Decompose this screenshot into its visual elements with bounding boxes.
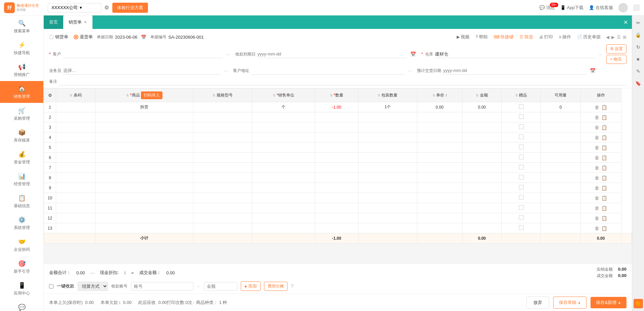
- delete-row-button[interactable]: 🗑: [595, 125, 599, 130]
- sidebar-item-wechat[interactable]: 💬 企业微信: [0, 300, 43, 311]
- toolbar-print[interactable]: 🖨 打印: [537, 33, 555, 41]
- gift-checkbox[interactable]: [519, 165, 524, 169]
- discard-button[interactable]: 放弃: [526, 297, 549, 309]
- copy-row-button[interactable]: 📋: [601, 155, 607, 160]
- sidebar-item-system[interactable]: ⚙️ 系统管理: [0, 212, 43, 234]
- delete-row-button[interactable]: 🗑: [595, 135, 599, 140]
- delete-row-button[interactable]: 🗑: [595, 226, 599, 231]
- calc-method-select[interactable]: 结算方式: [78, 282, 108, 291]
- copy-row-button[interactable]: 📋: [601, 115, 607, 120]
- gift-checkbox[interactable]: [519, 104, 524, 109]
- payment-date-input[interactable]: [258, 50, 407, 58]
- account-input[interactable]: [131, 282, 193, 290]
- calendar-icon[interactable]: 📅: [141, 35, 146, 40]
- copy-row-button[interactable]: 📋: [601, 205, 607, 211]
- delete-row-button[interactable]: 🗑: [595, 115, 599, 120]
- gift-checkbox[interactable]: [519, 185, 524, 190]
- sidebar-item-base[interactable]: 📋 基础信息: [0, 190, 43, 212]
- copy-row-button[interactable]: 📋: [601, 105, 607, 110]
- right-panel-icon-4[interactable]: ★: [634, 54, 643, 64]
- copy-row-button[interactable]: 📋: [601, 195, 607, 201]
- help-icon[interactable]: ?: [291, 283, 294, 289]
- copy-row-button[interactable]: 📋: [601, 165, 607, 170]
- radio-return-order[interactable]: 退货单: [74, 34, 93, 40]
- sidebar-item-quick-nav[interactable]: ⚡ 快捷导航: [0, 37, 43, 59]
- sidebar-item-inventory[interactable]: 📦 库存核算: [0, 125, 43, 147]
- delete-row-button[interactable]: 🗑: [595, 165, 599, 170]
- note-input[interactable]: [59, 77, 627, 85]
- salesperson-input[interactable]: [63, 67, 221, 75]
- right-panel-icon-7[interactable]: 🟠: [634, 299, 643, 308]
- company-selector[interactable]: XXXXXX公司 ▾: [48, 3, 102, 12]
- customer-input[interactable]: [63, 50, 223, 58]
- gift-checkbox[interactable]: [519, 114, 524, 119]
- save-draft-button[interactable]: 保存草稿 ▲: [553, 297, 587, 309]
- scan-button[interactable]: 扫码录入: [141, 91, 162, 99]
- warehouse-dots-icon[interactable]: ···: [599, 52, 602, 57]
- sidebar-item-search[interactable]: 🔍 搜索菜单: [0, 15, 43, 37]
- amount-input[interactable]: [204, 282, 237, 290]
- customer-addr-input[interactable]: [251, 67, 405, 75]
- one-click-pay-checkbox[interactable]: [49, 284, 53, 288]
- gift-checkbox[interactable]: [519, 215, 524, 220]
- toolbar-operation[interactable]: ≡ 操作: [557, 33, 573, 41]
- tab-close-icon[interactable]: ✕: [84, 20, 87, 25]
- nav-next-icon[interactable]: ▶: [611, 35, 615, 40]
- customer-dots-icon[interactable]: ···: [226, 52, 230, 57]
- delete-row-button[interactable]: 🗑: [595, 216, 599, 221]
- radio-sales-order[interactable]: 销货单: [49, 34, 68, 40]
- delete-row-button[interactable]: 🗑: [595, 175, 599, 181]
- gift-checkbox[interactable]: [519, 124, 524, 129]
- copy-row-button[interactable]: 📋: [601, 185, 607, 191]
- save-new-button[interactable]: 保存&新增 ▲: [591, 297, 627, 308]
- payment-date-calendar-icon[interactable]: 📅: [410, 51, 416, 57]
- copy-row-button[interactable]: 📋: [601, 175, 607, 181]
- sidebar-item-marketing[interactable]: 📢 营销推广: [0, 59, 43, 81]
- copy-row-button[interactable]: 📋: [601, 226, 607, 231]
- gift-checkbox[interactable]: [519, 145, 524, 149]
- tab-sales-order[interactable]: 销货单 ✕: [63, 15, 92, 29]
- copy-row-button[interactable]: 📋: [601, 125, 607, 130]
- message-button[interactable]: 💬 消息 99+: [539, 5, 555, 11]
- delete-row-button[interactable]: 🗑: [595, 155, 599, 160]
- sidebar-item-operations[interactable]: 📊 经营管理: [0, 168, 43, 190]
- view-list-icon[interactable]: ☰: [617, 35, 621, 40]
- right-panel-icon-2[interactable]: 🔒: [634, 30, 643, 40]
- toolbar-filter[interactable]: ☰ 筛选: [518, 33, 535, 41]
- gift-checkbox[interactable]: [519, 155, 524, 159]
- delete-row-button[interactable]: 🗑: [595, 185, 599, 191]
- salesperson-dots-icon[interactable]: ···: [224, 68, 228, 73]
- toolbar-history[interactable]: 📄 历史单据: [575, 33, 603, 41]
- delete-row-button[interactable]: 🗑: [595, 205, 599, 211]
- sidebar-item-sales[interactable]: 🏠 销售管理: [0, 81, 43, 103]
- copy-row-button[interactable]: 📋: [601, 216, 607, 221]
- product-type[interactable]: ○ 商品种类： 1 种: [192, 300, 227, 306]
- expected-date-calendar-icon[interactable]: 📅: [590, 68, 596, 73]
- gift-checkbox[interactable]: [519, 134, 524, 139]
- right-panel-icon-1[interactable]: ✏: [634, 18, 643, 28]
- expected-date-input[interactable]: [443, 67, 586, 75]
- add-button[interactable]: ● 添加: [241, 281, 261, 291]
- app-download-button[interactable]: 📱 App下载: [560, 5, 583, 11]
- addr-dots-icon[interactable]: ···: [408, 68, 412, 73]
- delete-row-button[interactable]: 🗑: [595, 105, 599, 110]
- delete-row-button[interactable]: 🗑: [595, 145, 599, 150]
- view-grid-icon[interactable]: ⊞: [623, 35, 627, 40]
- right-panel-icon-3[interactable]: ↻: [634, 42, 643, 52]
- sidebar-item-collab[interactable]: 🤝 企业协同: [0, 234, 43, 256]
- copy-row-button[interactable]: 📋: [601, 135, 607, 140]
- right-panel-icon-6[interactable]: 🔖: [634, 79, 643, 88]
- gift-checkbox[interactable]: [519, 205, 524, 210]
- th-gear[interactable]: ⚙: [44, 89, 56, 102]
- setting-button[interactable]: ⚙ 设置: [606, 44, 627, 53]
- dots-icon[interactable]: ···: [197, 284, 200, 289]
- gift-checkbox[interactable]: [519, 175, 524, 180]
- settings-icon[interactable]: ⚙: [104, 4, 109, 11]
- sidebar-item-purchase[interactable]: 🛒 采购管理: [0, 103, 43, 125]
- copy-row-button[interactable]: 📋: [601, 145, 607, 150]
- tab-home[interactable]: 首页: [44, 15, 63, 29]
- nav-prev-icon[interactable]: ◀: [606, 35, 609, 40]
- flow-button[interactable]: + 物流: [606, 55, 627, 64]
- gift-checkbox[interactable]: [519, 195, 524, 200]
- warehouse-input[interactable]: [435, 50, 595, 58]
